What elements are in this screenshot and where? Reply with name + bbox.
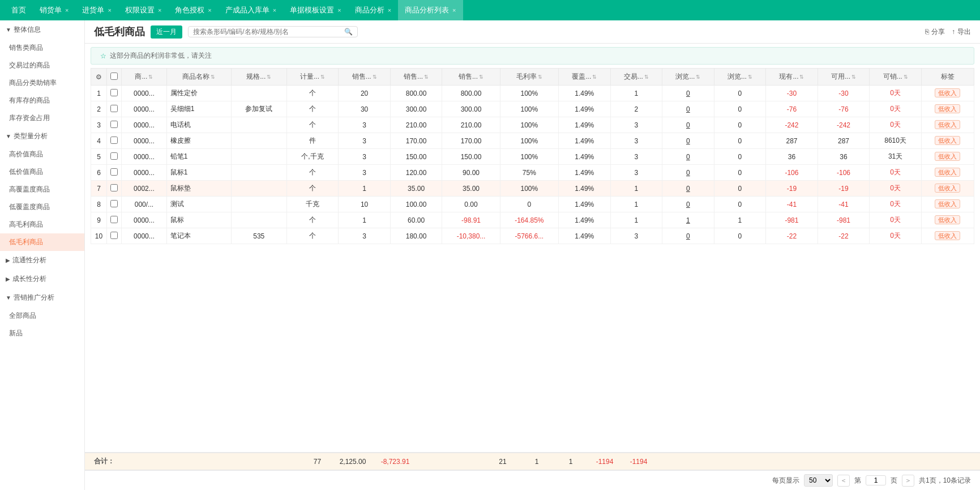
nav-item-角色授权[interactable]: 角色授权× (168, 0, 218, 20)
sidebar-item-商品分类助销率[interactable]: 商品分类助销率 (0, 74, 84, 92)
sort-icon-sell: ⇅ (904, 74, 908, 80)
close-tab-icon[interactable]: × (337, 7, 341, 14)
nav-item-单据模板设置[interactable]: 单据模板设置× (283, 0, 348, 20)
sidebar-item-低覆盖度商品[interactable]: 低覆盖度商品 (0, 198, 84, 216)
row-gross-rate: -5766.6... (500, 228, 558, 244)
row-checkbox[interactable] (107, 212, 122, 228)
row-browse1[interactable]: 0 (662, 228, 714, 244)
row-available: -22 (818, 228, 870, 244)
prev-page-button[interactable]: ＜ (837, 475, 850, 487)
close-tab-icon[interactable]: × (158, 7, 161, 14)
row-browse1[interactable]: 0 (662, 165, 714, 181)
row-checkbox[interactable] (107, 197, 122, 212)
search-icon[interactable]: 🔍 (344, 28, 353, 36)
row-no: 9 (91, 212, 107, 228)
per-page-select[interactable]: 50 100 200 (804, 474, 833, 487)
col-coverage[interactable]: 覆盖...⇅ (559, 69, 611, 86)
nav-item-销货单[interactable]: 销货单× (33, 0, 75, 20)
sidebar-item-高价值商品[interactable]: 高价值商品 (0, 146, 84, 163)
nav-item-商品分析列表[interactable]: 商品分析列表× (398, 0, 463, 20)
sidebar-section-类型量分析[interactable]: ▼类型量分析 (0, 127, 84, 146)
row-checkbox[interactable] (107, 228, 122, 244)
next-page-button[interactable]: ＞ (902, 475, 914, 487)
close-tab-icon[interactable]: × (452, 7, 456, 14)
row-browse1[interactable]: 0 (662, 86, 714, 101)
close-tab-icon[interactable]: × (108, 7, 111, 14)
col-gross-rate[interactable]: 毛利率⇅ (500, 69, 558, 86)
col-name[interactable]: 商品名称⇅ (166, 69, 231, 86)
sidebar-item-库存资金占用[interactable]: 库存资金占用 (0, 109, 84, 127)
sidebar-item-高毛利商品[interactable]: 高毛利商品 (0, 216, 84, 233)
row-unit: 个 (286, 181, 339, 197)
col-unit[interactable]: 计量...⇅ (286, 69, 339, 86)
row-sales-qty: 20 (339, 86, 391, 101)
sidebar-section-成长性分析[interactable]: ▶成长性分析 (0, 270, 84, 288)
search-box[interactable]: 🔍 (188, 26, 358, 37)
row-checkbox[interactable] (107, 117, 122, 133)
total-cell (157, 458, 189, 466)
col-stock[interactable]: 现有...⇅ (766, 69, 818, 86)
col-sellable[interactable]: 可销...⇅ (870, 69, 922, 86)
row-browse1[interactable]: 0 (662, 197, 714, 212)
col-available[interactable]: 可用...⇅ (818, 69, 870, 86)
col-sales-qty[interactable]: 销售...⇅ (339, 69, 391, 86)
row-spec (231, 86, 286, 101)
row-browse1[interactable]: 1 (662, 212, 714, 228)
sidebar-item-低价值商品[interactable]: 低价值商品 (0, 163, 84, 181)
export-button[interactable]: ↑ 导出 (952, 27, 971, 37)
content-area: 低毛利商品 近一月 🔍 ⎘ 分享 ↑ 导出 ☆ 这部分商品的利润非常低，请关注 (85, 20, 980, 490)
row-checkbox[interactable] (107, 165, 122, 181)
row-checkbox[interactable] (107, 133, 122, 149)
sidebar-section-流通性分析[interactable]: ▶流通性分析 (0, 251, 84, 270)
sidebar-item-有库存的商品[interactable]: 有库存的商品 (0, 92, 84, 109)
row-browse1[interactable]: 0 (662, 149, 714, 165)
row-sales-profit: 300.00 (442, 101, 500, 117)
col-browse2[interactable]: 浏览...⇅ (714, 69, 766, 86)
col-settings[interactable]: ⚙ (91, 69, 107, 86)
col-sales-profit[interactable]: 销售...⇅ (442, 69, 500, 86)
row-browse1[interactable]: 0 (662, 101, 714, 117)
export-icon: ↑ (952, 28, 955, 36)
close-tab-icon[interactable]: × (65, 7, 69, 14)
sidebar-item-销售类商品[interactable]: 销售类商品 (0, 39, 84, 57)
row-checkbox[interactable] (107, 149, 122, 165)
sidebar-section-整体信息[interactable]: ▼整体信息 (0, 20, 84, 39)
sidebar-item-交易过的商品[interactable]: 交易过的商品 (0, 57, 84, 74)
col-code[interactable]: 商...⇅ (122, 69, 167, 86)
row-coverage: 1.49% (559, 197, 611, 212)
page-number-input[interactable] (866, 475, 886, 485)
share-button[interactable]: ⎘ 分享 (925, 27, 945, 37)
col-checkbox-all[interactable] (107, 69, 122, 86)
row-browse1[interactable]: 0 (662, 117, 714, 133)
row-checkbox[interactable] (107, 181, 122, 197)
sidebar-section-营销推广分析[interactable]: ▼营销推广分析 (0, 288, 84, 307)
sidebar-item-全部商品[interactable]: 全部商品 (0, 307, 84, 325)
row-checkbox[interactable] (107, 86, 122, 101)
col-browse1[interactable]: 浏览...⇅ (662, 69, 714, 86)
col-tag[interactable]: 标签 (921, 69, 974, 86)
col-spec[interactable]: 规格...⇅ (231, 69, 286, 86)
row-browse1[interactable]: 0 (662, 181, 714, 197)
sidebar-item-高覆盖度商品[interactable]: 高覆盖度商品 (0, 181, 84, 198)
nav-item-商品分析[interactable]: 商品分析× (348, 0, 398, 20)
nav-item-产成品入库单[interactable]: 产成品入库单× (219, 0, 283, 20)
col-tag-label: 标签 (941, 72, 955, 82)
col-sales-amount[interactable]: 销售...⇅ (390, 69, 442, 86)
nav-item-权限设置[interactable]: 权限设置× (118, 0, 168, 20)
row-browse1[interactable]: 0 (662, 133, 714, 149)
close-tab-icon[interactable]: × (388, 7, 391, 14)
sidebar-item-低毛利商品[interactable]: 低毛利商品 (0, 233, 84, 251)
close-tab-icon[interactable]: × (208, 7, 211, 14)
row-code: 0000... (122, 101, 167, 117)
row-checkbox[interactable] (107, 101, 122, 117)
col-trade[interactable]: 交易...⇅ (610, 69, 662, 86)
table-area[interactable]: ⚙ 商...⇅ 商品名称⇅ 规格...⇅ (85, 68, 980, 452)
nav-item-首页[interactable]: 首页 (5, 0, 33, 20)
select-all-checkbox[interactable] (110, 73, 118, 80)
row-name: 鼠标 (166, 212, 231, 228)
sidebar-item-新品[interactable]: 新品 (0, 325, 84, 342)
search-input[interactable] (193, 28, 344, 36)
nav-item-进货单[interactable]: 进货单× (75, 0, 118, 20)
filter-button[interactable]: 近一月 (151, 25, 182, 39)
close-tab-icon[interactable]: × (273, 7, 276, 14)
